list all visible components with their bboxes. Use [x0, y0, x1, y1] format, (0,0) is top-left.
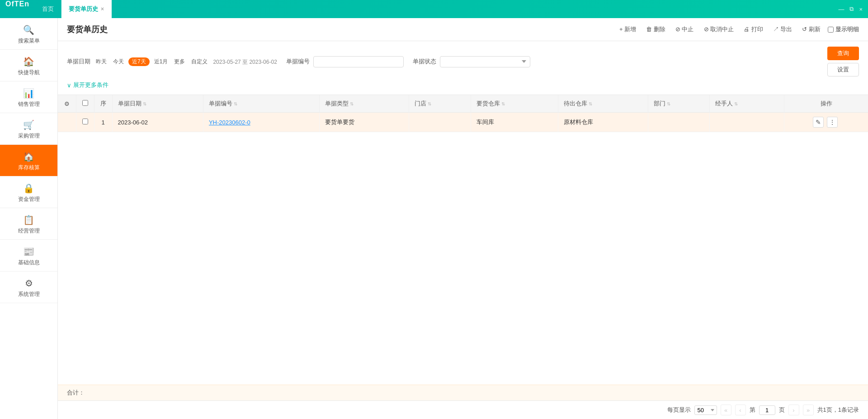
table-container: ⚙ 序 单据日期 ⇅	[58, 95, 868, 385]
print-button[interactable]: 🖨 打印	[741, 24, 766, 35]
per-page-select[interactable]: 50 20 100	[694, 405, 717, 415]
page-header: 要货单历史 + 新增 🗑 删除 ⊘ 中止 ⊘ 取消中止 🖨 打印 ↗ 导出 ↺ …	[58, 18, 868, 41]
page-input[interactable]	[759, 405, 775, 415]
tab-home[interactable]: 首页	[35, 0, 61, 18]
refresh-button[interactable]: ↺ 刷新	[799, 24, 823, 35]
tab-requisition-history[interactable]: 要货单历史 ×	[61, 0, 112, 18]
page-title: 要货单历史	[67, 24, 108, 40]
doc-no-link[interactable]: YH-20230602-0	[209, 119, 250, 126]
stop-button[interactable]: ⊘ 中止	[673, 24, 697, 35]
sidebar-item-system[interactable]: ⚙ 系统管理	[0, 271, 57, 303]
th-handler[interactable]: 经手人 ⇅	[710, 95, 784, 113]
last-page-btn[interactable]: »	[803, 405, 814, 415]
sidebar-item-shortcut[interactable]: 🏠 快捷导航	[0, 50, 57, 81]
td-dept	[648, 113, 710, 132]
status-select[interactable]	[440, 56, 530, 67]
date-shortcut-more[interactable]: 更多	[172, 57, 187, 66]
sidebar-item-finance[interactable]: 🔒 资金管理	[0, 176, 57, 208]
new-button[interactable]: + 新增	[617, 24, 639, 35]
inventory-icon: 🏠	[23, 151, 34, 162]
table-header-row: ⚙ 序 单据日期 ⇅	[58, 95, 868, 113]
prev-page-btn[interactable]: ‹	[735, 405, 746, 415]
show-detail-checkbox[interactable]	[828, 27, 834, 33]
sidebar-item-label: 销售管理	[18, 100, 40, 108]
delete-button[interactable]: 🗑 删除	[643, 24, 668, 35]
chart-icon: 📊	[23, 88, 34, 99]
home-icon: 🏠	[23, 56, 34, 67]
window-minimize-btn[interactable]: —	[838, 6, 844, 13]
sidebar-item-inventory[interactable]: 🏠 库存核算	[0, 145, 57, 176]
select-all-checkbox[interactable]	[82, 100, 88, 106]
row-edit-btn[interactable]: ✎	[813, 117, 824, 128]
date-range-text: 2023-05-27 至 2023-06-02	[213, 58, 277, 66]
next-page-btn[interactable]: ›	[788, 405, 799, 415]
per-page-label: 每页显示	[667, 406, 691, 414]
jump-label: 第	[750, 406, 755, 414]
status-filter: 单据状态	[413, 56, 530, 67]
export-button[interactable]: ↗ 导出	[770, 24, 795, 35]
td-checkbox	[76, 113, 94, 132]
td-actions: ✎ ⋮	[784, 113, 868, 132]
settings-icon: ⚙	[64, 100, 70, 107]
content-area: 要货单历史 + 新增 🗑 删除 ⊘ 中止 ⊘ 取消中止 🖨 打印 ↗ 导出 ↺ …	[58, 18, 868, 419]
sort-icon: ⇅	[350, 101, 354, 106]
filter-actions: 查询 设置	[827, 47, 859, 76]
th-doc-date[interactable]: 单据日期 ⇅	[112, 95, 203, 113]
first-page-btn[interactable]: «	[721, 405, 731, 415]
date-shortcut-yesterday[interactable]: 昨天	[94, 57, 108, 66]
sidebar-item-label: 快捷导航	[18, 69, 40, 76]
search-icon: 🔍	[23, 24, 34, 35]
th-settings[interactable]: ⚙	[58, 95, 76, 113]
td-handler	[710, 113, 784, 132]
date-shortcut-custom[interactable]: 自定义	[189, 57, 209, 66]
th-index: 序	[94, 95, 112, 113]
window-close-btn[interactable]: ×	[859, 6, 863, 13]
th-req-warehouse[interactable]: 要货仓库 ⇅	[471, 95, 558, 113]
sidebar-item-operations[interactable]: 📋 经营管理	[0, 208, 57, 240]
newspaper-icon: 📰	[23, 246, 34, 257]
main-layout: 🔍 搜索菜单 🏠 快捷导航 📊 销售管理 🛒 采购管理 🏠 库存核算 🔒 资金管…	[0, 18, 868, 419]
doc-no-label: 单据编号	[286, 57, 310, 66]
date-shortcut-1month[interactable]: 近1月	[152, 57, 170, 66]
sidebar-item-search[interactable]: 🔍 搜索菜单	[0, 18, 57, 50]
td-doc-type: 要货单要货	[320, 113, 409, 132]
sidebar-item-purchase[interactable]: 🛒 采购管理	[0, 113, 57, 145]
date-shortcut-7days[interactable]: 近7天	[128, 57, 150, 66]
clipboard-icon: 📋	[23, 214, 34, 225]
footer-total: 合计：	[58, 385, 868, 400]
th-pending-warehouse[interactable]: 待出仓库 ⇅	[558, 95, 648, 113]
tab-close-icon[interactable]: ×	[101, 6, 104, 12]
filter-bar: 单据日期 昨天 今天 近7天 近1月 更多 自定义 2023-05-27 至 2…	[58, 41, 868, 95]
th-store[interactable]: 门店 ⇅	[409, 95, 471, 113]
row-more-btn[interactable]: ⋮	[827, 117, 838, 128]
th-doc-type[interactable]: 单据类型 ⇅	[320, 95, 409, 113]
cancel-stop-button[interactable]: ⊘ 取消中止	[701, 24, 737, 35]
sidebar-item-basic-info[interactable]: 📰 基础信息	[0, 240, 57, 271]
data-table: ⚙ 序 单据日期 ⇅	[58, 95, 868, 132]
expand-more-btn[interactable]: ∨ 展开更多条件	[67, 81, 108, 89]
filter-row-1: 单据日期 昨天 今天 近7天 近1月 更多 自定义 2023-05-27 至 2…	[67, 47, 859, 76]
th-actions: 操作	[784, 95, 868, 113]
window-restore-btn[interactable]: ⧉	[849, 5, 854, 13]
top-bar: OfTEn 首页 要货单历史 × — ⧉ ×	[0, 0, 868, 18]
date-filter-label: 单据日期	[67, 57, 90, 66]
top-bar-actions: — ⧉ ×	[838, 5, 868, 13]
sort-icon: ⇅	[501, 101, 505, 106]
th-dept[interactable]: 部门 ⇅	[648, 95, 710, 113]
doc-no-filter: 单据编号	[286, 56, 404, 67]
show-detail-label: 显示明细	[835, 25, 859, 33]
sidebar: 🔍 搜索菜单 🏠 快捷导航 📊 销售管理 🛒 采购管理 🏠 库存核算 🔒 资金管…	[0, 18, 58, 419]
doc-no-input[interactable]	[313, 56, 404, 67]
th-doc-no[interactable]: 单据编号 ⇅	[203, 95, 319, 113]
expand-more-label: 展开更多条件	[73, 81, 108, 89]
query-button[interactable]: 查询	[827, 47, 859, 60]
show-detail-toggle[interactable]: 显示明细	[828, 25, 859, 33]
setting-button[interactable]: 设置	[827, 63, 859, 76]
row-checkbox[interactable]	[82, 119, 88, 124]
td-index: 1	[94, 113, 112, 132]
td-store	[409, 113, 471, 132]
date-shortcut-today[interactable]: 今天	[111, 57, 126, 66]
th-checkbox	[76, 95, 94, 113]
sidebar-item-label: 基础信息	[18, 259, 40, 267]
sidebar-item-sales[interactable]: 📊 销售管理	[0, 81, 57, 113]
